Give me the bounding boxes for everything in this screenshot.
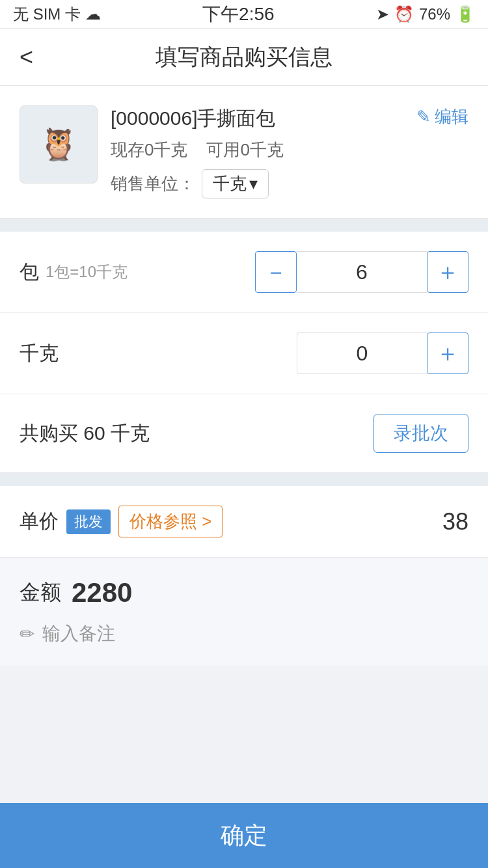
status-left: 无 SIM 卡 ☁ [13, 4, 101, 25]
back-button[interactable]: < [20, 44, 33, 71]
product-unit: 销售单位： 千克 ▾ [111, 169, 468, 198]
price-row: 单价 批发 价格参照 > 38 [20, 506, 468, 537]
location-icon: ➤ [376, 5, 389, 23]
product-name: [0000006]手撕面包 [111, 105, 468, 132]
section-separator [0, 219, 488, 232]
stock-label: 现存0千克 [111, 140, 187, 159]
sim-label: 无 SIM 卡 ☁ [13, 4, 101, 25]
battery-icon: 🔋 [455, 5, 475, 23]
amount-row: 金额 2280 [20, 577, 468, 608]
edit-label: 编辑 [435, 105, 468, 128]
bag-plus-button[interactable]: ＋ [427, 251, 468, 293]
price-left: 单价 批发 价格参照 > [20, 506, 223, 537]
quantity-input-section: 包 1包=10千克 － ＋ 千克 ＋ [0, 232, 488, 394]
amount-label: 金额 [20, 578, 61, 607]
status-time: 下午2:56 [202, 2, 275, 27]
bag-hint: 1包=10千克 [46, 262, 255, 282]
unit-value: 千克 [213, 172, 247, 195]
bag-stepper: － ＋ [255, 251, 468, 293]
nav-bar: < 填写商品购买信息 [0, 29, 488, 86]
price-tag: 批发 [66, 509, 111, 534]
edit-button[interactable]: ✎ 编辑 [416, 105, 468, 128]
product-image: 🦉 [20, 105, 98, 183]
amount-value: 2280 [72, 577, 132, 608]
total-row: 共购买 60 千克 录批次 [0, 394, 488, 473]
status-right: ➤ ⏰ 76% 🔋 [376, 5, 475, 23]
total-label: 共购买 60 千克 [20, 420, 150, 447]
available-label: 可用0千克 [206, 140, 283, 159]
bag-label: 包 [20, 259, 39, 286]
unit-label: 销售单位： [111, 172, 195, 195]
kg-stepper: ＋ [297, 332, 468, 374]
product-info: [0000006]手撕面包 现存0千克 可用0千克 销售单位： 千克 ▾ [111, 105, 468, 198]
product-thumbnail: 🦉 [39, 126, 78, 163]
remark-placeholder[interactable]: 输入备注 [42, 621, 115, 646]
remark-row[interactable]: ✏ 输入备注 [20, 621, 468, 646]
price-section: 单价 批发 价格参照 > 38 [0, 486, 488, 558]
price-value: 38 [442, 508, 468, 536]
confirm-button[interactable]: 确定 [0, 803, 488, 868]
battery-label: 76% [419, 5, 450, 23]
kg-input-row: 千克 ＋ [0, 313, 488, 394]
batch-button[interactable]: 录批次 [373, 414, 468, 453]
section-separator-2 [0, 473, 488, 486]
edit-icon: ✎ [416, 107, 431, 127]
kg-input[interactable] [297, 332, 427, 374]
pencil-icon: ✏ [20, 623, 34, 645]
alarm-icon: ⏰ [394, 5, 414, 23]
product-stock: 现存0千克 可用0千克 [111, 139, 468, 161]
price-label: 单价 [20, 508, 59, 535]
kg-label: 千克 [20, 340, 59, 367]
product-card: 🦉 [0000006]手撕面包 现存0千克 可用0千克 销售单位： 千克 ▾ ✎… [0, 86, 488, 219]
bag-input[interactable] [297, 251, 427, 293]
kg-plus-button[interactable]: ＋ [427, 332, 468, 374]
price-ref-button[interactable]: 价格参照 > [118, 506, 223, 537]
unit-select[interactable]: 千克 ▾ [202, 169, 269, 198]
dropdown-icon: ▾ [249, 174, 258, 194]
status-bar: 无 SIM 卡 ☁ 下午2:56 ➤ ⏰ 76% 🔋 [0, 0, 488, 29]
bag-minus-button[interactable]: － [255, 251, 297, 293]
bag-input-row: 包 1包=10千克 － ＋ [0, 232, 488, 313]
amount-section: 金额 2280 ✏ 输入备注 [0, 558, 488, 666]
page-title: 填写商品购买信息 [156, 42, 332, 72]
